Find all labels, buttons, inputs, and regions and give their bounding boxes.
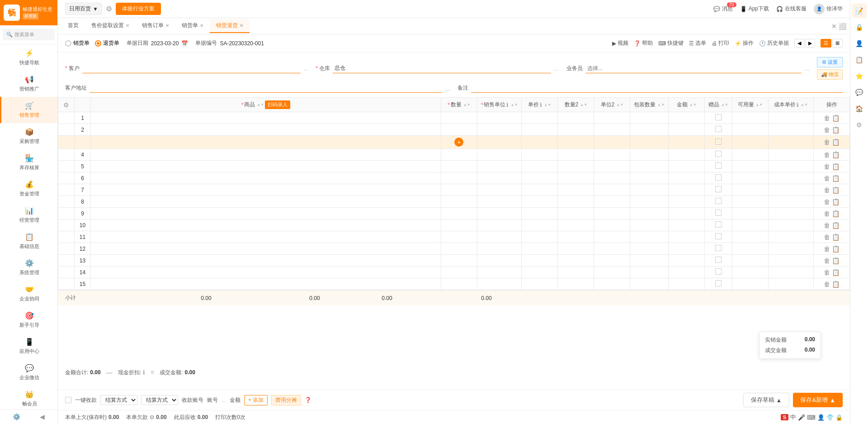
cell-product[interactable]	[91, 136, 441, 149]
settings-side-btn[interactable]: ⚙ 设置	[817, 57, 843, 67]
copy-row-btn[interactable]: 📋	[832, 151, 840, 158]
tab-price-settings[interactable]: 售价提取设置 ✕	[85, 19, 136, 33]
remark-input[interactable]	[471, 83, 843, 93]
delete-row-btn[interactable]: 🗑	[824, 114, 830, 122]
right-panel-list-btn[interactable]: 📋	[852, 52, 867, 67]
sidebar-item-marketing[interactable]: 📢 营销推广	[0, 71, 57, 97]
logistics-btn[interactable]: 🚚 物流	[817, 69, 843, 80]
delete-row-btn[interactable]: 🗑	[824, 198, 830, 205]
message-button[interactable]: 💬 消息 70	[713, 5, 733, 13]
sidebar-item-wechat[interactable]: 💬 企业微信	[0, 359, 57, 386]
gift-checkbox[interactable]	[715, 268, 722, 275]
select-order-btn[interactable]: ☰ 选单	[689, 39, 706, 47]
customer-input[interactable]	[82, 64, 301, 73]
delete-row-btn[interactable]: 🗑	[824, 151, 830, 158]
gift-checkbox[interactable]	[715, 210, 722, 216]
customer-select-dots[interactable]: ...	[303, 65, 309, 72]
history-btn[interactable]: 🕐 历史单据	[759, 39, 789, 47]
form-view-grid-btn[interactable]: ⊞	[832, 39, 843, 48]
delete-row-btn[interactable]: 🗑	[824, 175, 830, 182]
sidebar-item-purchase[interactable]: 📦 采购管理	[0, 123, 57, 149]
shortcut-btn[interactable]: ⌨ 快捷键	[658, 39, 684, 47]
sort-icon[interactable]: ▲▼	[463, 103, 471, 107]
form-view-list-btn[interactable]: ☰	[821, 39, 831, 48]
topbar-selector[interactable]: 日用百货 ▼	[65, 3, 102, 15]
app-logo[interactable]: 畅 畅捷通好生意 标准版	[0, 0, 57, 25]
fee-split-btn[interactable]: 费用分摊	[271, 395, 301, 405]
tab-home[interactable]: 首页	[61, 19, 85, 33]
sidebar-item-finance[interactable]: 💰 资金管理	[0, 176, 57, 202]
print-btn[interactable]: 🖨 打印	[712, 39, 729, 47]
trial-button[interactable]: 体验行业方案	[116, 3, 161, 15]
copy-row-btn[interactable]: 📋	[832, 222, 840, 229]
single-due-value[interactable]: ⊙	[150, 414, 154, 420]
save-new-button[interactable]: 保存&新增 ▲	[793, 393, 843, 407]
sort-icon[interactable]: ▲▼	[689, 103, 697, 107]
sort-icon[interactable]: ▲▼	[580, 103, 587, 107]
delete-row-btn[interactable]: 🗑	[824, 186, 830, 194]
sort-icon[interactable]: ▲▼	[657, 103, 665, 107]
sort-icon[interactable]: ▲▼	[544, 103, 551, 107]
info-icon[interactable]: ℹ	[797, 102, 799, 108]
gift-checkbox[interactable]	[715, 174, 722, 181]
warehouse-input[interactable]	[333, 64, 551, 73]
right-panel-lock-btn[interactable]: 🔒	[852, 20, 867, 34]
copy-row-btn[interactable]: 📋	[832, 138, 840, 146]
address-select-dots[interactable]: ...	[445, 85, 450, 92]
column-settings-icon[interactable]: ⚙	[63, 101, 69, 109]
delete-row-btn[interactable]: 🗑	[824, 222, 830, 229]
date-value[interactable]: 2023-03-20	[151, 40, 179, 47]
shirt-icon[interactable]: 👕	[826, 414, 834, 421]
copy-row-btn[interactable]: 📋	[832, 281, 840, 288]
sort-icon[interactable]: ▲▼	[616, 103, 623, 107]
right-panel-home-btn[interactable]: 🏠	[852, 101, 867, 116]
zhongwen-icon[interactable]: 中	[790, 413, 796, 421]
copy-row-btn[interactable]: 📋	[832, 245, 840, 252]
operate-btn[interactable]: ⚡ 操作	[735, 39, 754, 47]
right-panel-note-btn[interactable]: 📝	[852, 4, 867, 18]
sort-icon[interactable]: ▲▼	[756, 103, 763, 107]
next-record-btn[interactable]: ▶	[805, 39, 815, 48]
sidebar-item-enterprise[interactable]: 🤝 企业协同	[0, 281, 57, 307]
radio-sale[interactable]: 销货单	[65, 39, 90, 47]
gift-checkbox[interactable]	[715, 126, 722, 132]
help-btn[interactable]: ❓ 帮助	[634, 39, 653, 47]
person-icon[interactable]: 👤	[817, 414, 825, 421]
gift-checkbox[interactable]	[715, 138, 722, 145]
copy-row-btn[interactable]: 📋	[832, 126, 840, 133]
copy-row-btn[interactable]: 📋	[832, 186, 840, 194]
delete-row-btn[interactable]: 🗑	[824, 269, 830, 276]
user-profile-button[interactable]: 👤 徐泽华	[814, 4, 843, 14]
staff-input[interactable]	[585, 64, 802, 73]
copy-row-btn[interactable]: 📋	[832, 198, 840, 205]
sidebar-item-appstore[interactable]: 📱 应用中心	[0, 333, 57, 359]
add-row-button[interactable]: +	[454, 138, 463, 147]
video-btn[interactable]: ▶ 视频	[612, 39, 628, 47]
settings-bottom-btn[interactable]: ⚙️	[13, 413, 20, 420]
tab-close-icon[interactable]: ✕	[126, 23, 129, 28]
copy-row-btn[interactable]: 📋	[832, 210, 840, 217]
prev-record-btn[interactable]: ◀	[794, 39, 804, 48]
gift-checkbox[interactable]	[715, 221, 722, 228]
right-panel-settings-btn[interactable]: ⚙	[852, 118, 867, 132]
info-icon[interactable]: ℹ	[540, 102, 542, 108]
settle-method-select[interactable]: 结算方式	[100, 395, 137, 405]
tab-close-icon[interactable]: ✕	[240, 23, 243, 28]
online-service-button[interactable]: 🎧 在线客服	[776, 5, 807, 13]
address-input[interactable]	[90, 83, 442, 93]
gift-checkbox[interactable]	[715, 151, 722, 157]
info-icon[interactable]: ℹ	[506, 102, 509, 108]
delete-row-btn[interactable]: 🗑	[824, 233, 830, 241]
gift-checkbox[interactable]	[715, 280, 722, 286]
copy-row-btn[interactable]: 📋	[832, 114, 840, 122]
security-icon[interactable]: 🔒	[835, 414, 843, 421]
delete-row-btn[interactable]: 🗑	[824, 126, 830, 133]
app-download-button[interactable]: 📱 App下载	[740, 5, 769, 13]
radio-return[interactable]: 退货单	[95, 39, 119, 47]
number-value[interactable]: SA-20230320-001	[220, 40, 264, 47]
warehouse-select-dots[interactable]: ...	[554, 65, 559, 72]
sidebar-item-inventory[interactable]: 🏪 库存核算	[0, 149, 57, 176]
right-panel-person-btn[interactable]: 👤	[852, 36, 867, 51]
sidebar-item-system[interactable]: ⚙️ 系统管理	[0, 254, 57, 281]
gift-checkbox[interactable]	[715, 245, 722, 251]
